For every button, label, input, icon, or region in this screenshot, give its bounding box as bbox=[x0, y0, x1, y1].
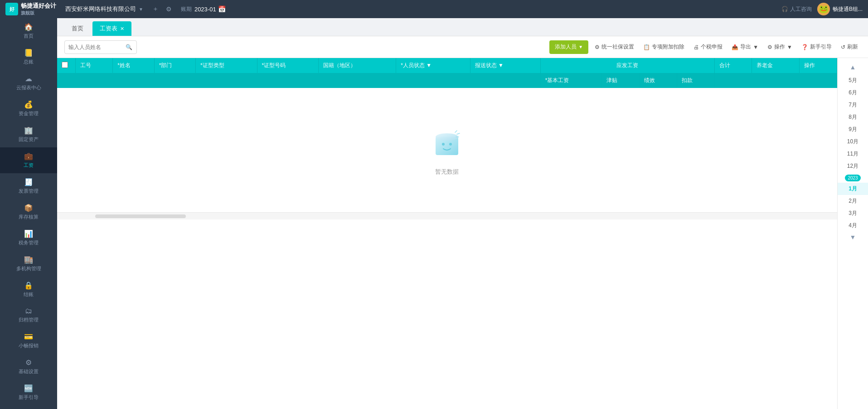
sidebar-item-assets[interactable]: 🏢 固定资产 bbox=[0, 122, 57, 147]
report-status-filter-icon[interactable]: ▼ bbox=[498, 62, 504, 68]
support-button[interactable]: 🎧 人工咨询 bbox=[781, 5, 812, 13]
month-1-current[interactable]: 1月 bbox=[838, 183, 868, 195]
special-deduction-label: 专项附加扣除 bbox=[652, 43, 684, 51]
sidebar-item-closing[interactable]: 🔒 结账 bbox=[0, 277, 57, 302]
month-6[interactable]: 6月 bbox=[838, 87, 868, 99]
col-allowance: 津贴 bbox=[602, 73, 640, 88]
company-name: 西安虾米网络科技有限公司 bbox=[65, 5, 136, 13]
tab-home[interactable]: 首页 bbox=[64, 21, 91, 36]
add-person-label: 添加人员 bbox=[555, 43, 577, 51]
sidebar-item-invoice-label: 发票管理 bbox=[19, 188, 39, 195]
operations-label: 操作 bbox=[774, 43, 785, 51]
sidebar-item-fund[interactable]: 💰 资金管理 bbox=[0, 96, 57, 122]
sidebar-item-tax-label: 税务管理 bbox=[19, 239, 39, 246]
special-deduction-button[interactable]: 📋 专项附加扣除 bbox=[640, 40, 687, 54]
add-person-button[interactable]: 添加人员 ▼ bbox=[549, 40, 588, 54]
calendar-down-arrow[interactable]: ▼ bbox=[848, 232, 858, 243]
sidebar-item-cloud-label: 云报表中心 bbox=[16, 84, 41, 91]
month-8[interactable]: 8月 bbox=[838, 111, 868, 123]
sidebar-item-multi-org[interactable]: 🏬 多机构管理 bbox=[0, 251, 57, 277]
add-arrow-icon: ▼ bbox=[578, 44, 583, 49]
guide-button[interactable]: ❓ 新手引导 bbox=[799, 40, 834, 54]
empty-icon bbox=[429, 124, 465, 161]
person-status-filter-icon[interactable]: ▼ bbox=[426, 62, 432, 68]
tax-declaration-button[interactable]: 🖨 个税申报 bbox=[691, 40, 725, 54]
operations-arrow-icon: ▼ bbox=[787, 44, 792, 50]
guide-label: 新手引导 bbox=[810, 43, 832, 51]
tab-payroll[interactable]: 工资表 ✕ bbox=[92, 21, 131, 36]
svg-line-4 bbox=[455, 131, 457, 132]
ledger-icon: 📒 bbox=[24, 49, 33, 57]
app-logo: 好 畅捷通好会计 旗舰版 bbox=[5, 2, 56, 16]
table-container: 工号 *姓名 *部门 *证型类型 *证型号码 国籍（地区） *人员状态 ▼ 报送… bbox=[57, 58, 837, 409]
settings-nav-icon: ⚙ bbox=[25, 358, 32, 367]
month-5[interactable]: 5月 bbox=[838, 74, 868, 87]
col-id-number: *证型号码 bbox=[257, 58, 319, 73]
svg-line-5 bbox=[457, 133, 460, 134]
top-bar-actions: ＋ ⚙ bbox=[150, 4, 174, 14]
month-10[interactable]: 10月 bbox=[838, 136, 868, 148]
month-7[interactable]: 7月 bbox=[838, 99, 868, 111]
export-button[interactable]: 📤 导出 ▼ bbox=[729, 40, 761, 54]
month-2[interactable]: 2月 bbox=[838, 195, 868, 207]
deduction-icon: 📋 bbox=[643, 44, 650, 50]
sidebar-item-closing-label: 结账 bbox=[24, 291, 34, 298]
toolbar-right: 添加人员 ▼ ⚙ 统一社保设置 📋 专项附加扣除 🖨 个税申报 bbox=[549, 40, 861, 54]
sub-header-spacer bbox=[57, 73, 540, 88]
logo-icon: 好 bbox=[5, 3, 18, 15]
operations-button[interactable]: ⚙ 操作 ▼ bbox=[765, 40, 795, 54]
empty-state: 暂无数据 bbox=[57, 88, 837, 212]
scroll-thumb[interactable] bbox=[95, 214, 186, 218]
export-arrow-icon: ▼ bbox=[753, 44, 758, 50]
search-input[interactable] bbox=[68, 44, 123, 50]
tab-close-icon[interactable]: ✕ bbox=[120, 26, 124, 32]
settings-button[interactable]: ⚙ bbox=[164, 5, 174, 14]
toolbar: 🔍 添加人员 ▼ ⚙ 统一社保设置 📋 专项附加扣除 bbox=[57, 36, 868, 58]
payroll-icon: 💼 bbox=[24, 152, 33, 161]
company-selector[interactable]: 西安虾米网络科技有限公司 ▼ bbox=[65, 5, 143, 13]
sidebar-item-member[interactable]: V 畅会员 bbox=[0, 405, 57, 409]
col-total: 合计 bbox=[714, 58, 752, 73]
search-container[interactable]: 🔍 bbox=[64, 40, 137, 54]
month-3[interactable]: 3月 bbox=[838, 207, 868, 219]
headset-icon: 🎧 bbox=[781, 6, 788, 12]
social-security-button[interactable]: ⚙ 统一社保设置 bbox=[592, 40, 637, 54]
sidebar-item-guide[interactable]: 🆕 新手引导 bbox=[0, 380, 57, 405]
sidebar-item-basic-settings[interactable]: ⚙ 基础设置 bbox=[0, 354, 57, 380]
svg-point-3 bbox=[449, 143, 452, 146]
sidebar-item-assets-label: 固定资产 bbox=[19, 136, 39, 143]
calendar-up-arrow[interactable]: ▲ bbox=[848, 62, 858, 73]
month-12[interactable]: 12月 bbox=[838, 160, 868, 172]
sidebar-item-home[interactable]: 🏠 首页 bbox=[0, 18, 57, 44]
assets-icon: 🏢 bbox=[24, 126, 33, 135]
col-performance: 绩效 bbox=[639, 73, 677, 88]
month-9[interactable]: 9月 bbox=[838, 123, 868, 136]
add-company-button[interactable]: ＋ bbox=[150, 4, 160, 14]
col-name: *姓名 bbox=[113, 58, 154, 73]
tab-bar: 首页 工资表 ✕ bbox=[57, 18, 868, 36]
sidebar-item-expense[interactable]: 💳 小畅报销 bbox=[0, 328, 57, 354]
refresh-icon: ↺ bbox=[841, 44, 845, 50]
calendar-icon[interactable]: 📅 bbox=[218, 5, 226, 13]
sub-header-right-spacer bbox=[714, 73, 837, 88]
sidebar-item-ledger[interactable]: 📒 总账 bbox=[0, 44, 57, 70]
sidebar-item-cloud-report[interactable]: ☁ 云报表中心 bbox=[0, 70, 57, 96]
sidebar-item-tax[interactable]: 📊 税务管理 bbox=[0, 225, 57, 251]
period-value: 2023-01 bbox=[194, 6, 216, 13]
sidebar-item-settings-label: 基础设置 bbox=[19, 368, 39, 375]
sidebar: 🏠 首页 📒 总账 ☁ 云报表中心 💰 资金管理 🏢 固定资产 💼 工资 bbox=[0, 18, 57, 409]
refresh-button[interactable]: ↺ 刷新 bbox=[838, 40, 861, 54]
select-all-checkbox[interactable] bbox=[62, 62, 68, 68]
sidebar-item-invoice[interactable]: 🧾 发票管理 bbox=[0, 173, 57, 199]
svg-point-2 bbox=[442, 143, 445, 146]
svg-point-1 bbox=[436, 133, 458, 141]
sidebar-item-inventory[interactable]: 📦 库存核算 bbox=[0, 199, 57, 225]
user-info[interactable]: 🐸 畅捷通B组... bbox=[817, 3, 863, 15]
col-person-status: *人员状态 ▼ bbox=[396, 58, 470, 73]
scroll-bar-area bbox=[57, 212, 837, 219]
sidebar-item-payroll[interactable]: 💼 工资 bbox=[0, 147, 57, 173]
refresh-label: 刷新 bbox=[847, 43, 858, 51]
sidebar-item-archive[interactable]: 🗂 归档管理 bbox=[0, 302, 57, 328]
month-11[interactable]: 11月 bbox=[838, 148, 868, 160]
month-4[interactable]: 4月 bbox=[838, 219, 868, 232]
